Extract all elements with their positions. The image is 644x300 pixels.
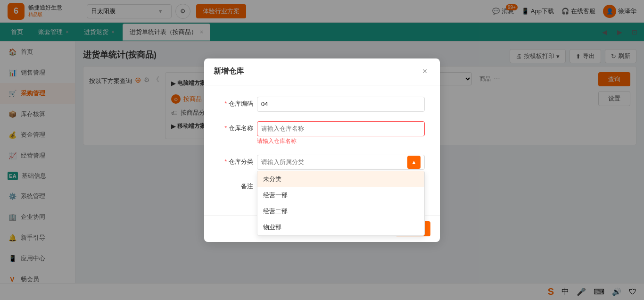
- dropdown-item-3[interactable]: 物业部: [257, 219, 424, 235]
- name-required-star: *: [224, 125, 227, 132]
- modal-overlay: 新增仓库 × * 仓库编码 * 仓库名称: [0, 0, 644, 300]
- category-required-star: *: [224, 158, 227, 165]
- dropdown-item-2[interactable]: 经营二部: [257, 203, 424, 219]
- modal-body: * 仓库编码 * 仓库名称 请输入仓库名称: [204, 85, 440, 215]
- category-input[interactable]: [261, 158, 407, 166]
- category-label: * 仓库分类: [219, 155, 257, 166]
- code-input[interactable]: [257, 97, 425, 112]
- remark-label: 备注: [219, 179, 257, 191]
- category-label-text: 仓库分类: [229, 158, 253, 165]
- category-dropdown-list: 未分类 经营一部 经营二部 物业部: [257, 171, 425, 236]
- name-input[interactable]: [257, 121, 425, 136]
- category-field: ▲ 未分类 经营一部 经营二部 物业部: [257, 155, 425, 170]
- dropdown-item-0[interactable]: 未分类: [257, 171, 424, 187]
- name-label: * 仓库名称: [219, 121, 257, 133]
- modal-title: 新增仓库: [214, 67, 244, 76]
- name-label-text: 仓库名称: [229, 125, 253, 132]
- category-arrow-button[interactable]: ▲: [407, 156, 421, 169]
- code-field: [257, 97, 425, 112]
- name-error-msg: 请输入仓库名称: [257, 137, 425, 145]
- code-form-row: * 仓库编码: [219, 97, 425, 112]
- category-dropdown[interactable]: ▲: [257, 155, 425, 170]
- code-required-star: *: [224, 100, 227, 107]
- modal-header: 新增仓库 ×: [204, 58, 440, 85]
- modal-new-warehouse: 新增仓库 × * 仓库编码 * 仓库名称: [204, 58, 440, 242]
- modal-close-button[interactable]: ×: [419, 66, 430, 77]
- code-label-text: 仓库编码: [229, 100, 253, 107]
- dropdown-item-1[interactable]: 经营一部: [257, 187, 424, 203]
- name-form-row: * 仓库名称 请输入仓库名称: [219, 121, 425, 145]
- code-label: * 仓库编码: [219, 97, 257, 108]
- category-form-row: * 仓库分类 ▲ 未分类 经营一部 经营二部 物业部: [219, 155, 425, 170]
- name-field: 请输入仓库名称: [257, 121, 425, 145]
